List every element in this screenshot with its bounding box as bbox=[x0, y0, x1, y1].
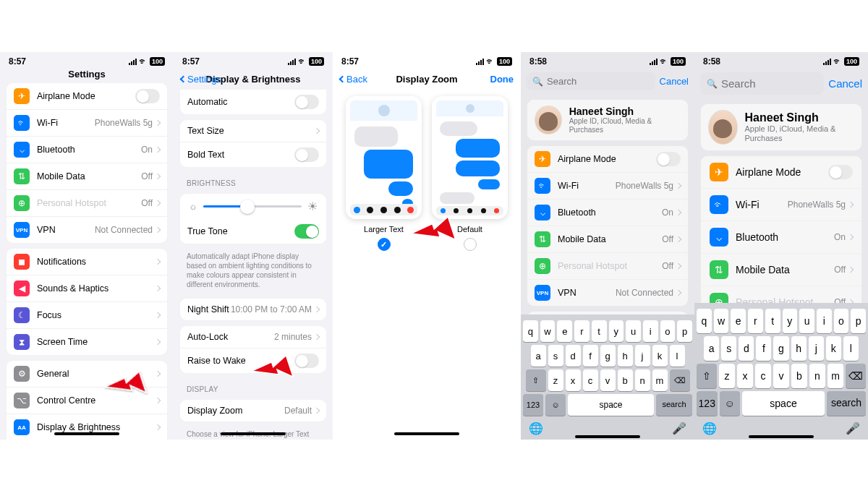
search-field[interactable]: 🔍 bbox=[527, 72, 655, 90]
back-button[interactable]: Settings bbox=[181, 74, 221, 85]
key-space[interactable]: space bbox=[742, 391, 825, 416]
key-shift[interactable]: ⇧ bbox=[697, 364, 717, 388]
row-sounds-haptics[interactable]: ◀Sounds & Haptics bbox=[7, 275, 167, 301]
key-y[interactable]: y bbox=[783, 309, 798, 333]
mic-icon[interactable]: 🎤 bbox=[672, 421, 686, 435]
key-backspace[interactable]: ⌫ bbox=[670, 369, 690, 391]
key-k[interactable]: k bbox=[826, 336, 841, 361]
key-q[interactable]: q bbox=[523, 320, 538, 342]
mic-icon[interactable]: 🎤 bbox=[846, 421, 860, 435]
radio-unselected-icon[interactable] bbox=[464, 238, 477, 251]
row-bluetooth[interactable]: ⌵BluetoothOn bbox=[7, 136, 167, 163]
key-v[interactable]: v bbox=[600, 369, 616, 391]
row-focus[interactable]: ☾Focus bbox=[7, 301, 167, 328]
key-l[interactable]: l bbox=[843, 336, 859, 361]
key-y[interactable]: y bbox=[609, 320, 624, 342]
row-bold-text[interactable]: Bold Text bbox=[180, 142, 326, 167]
row-mobile-data[interactable]: ⇅Mobile DataOff bbox=[527, 226, 688, 252]
row-true-tone[interactable]: True Tone bbox=[180, 219, 326, 244]
row-display-zoom[interactable]: Display Zoom Default bbox=[180, 400, 326, 421]
row-airplane-mode[interactable]: ✈Airplane Mode bbox=[7, 83, 167, 109]
key-j[interactable]: j bbox=[635, 345, 650, 367]
brightness-slider[interactable]: ☼ ☀ bbox=[180, 194, 326, 219]
key-a[interactable]: a bbox=[531, 345, 546, 367]
key-x[interactable]: x bbox=[737, 364, 753, 388]
row-profile[interactable]: Haneet Singh Apple ID, iCloud, Media & P… bbox=[701, 104, 861, 150]
row-wi-fi[interactable]: ᯤWi-FiPhoneWalls 5g bbox=[701, 188, 861, 221]
key-numbers[interactable]: 123 bbox=[523, 394, 543, 416]
key-k[interactable]: k bbox=[652, 345, 668, 367]
key-o[interactable]: o bbox=[834, 309, 849, 333]
row-notifications[interactable]: ◼Notifications bbox=[7, 249, 167, 275]
key-n[interactable]: n bbox=[809, 364, 825, 388]
row-personal-hotspot[interactable]: ⊕Personal HotspotOff bbox=[7, 189, 167, 216]
switch[interactable] bbox=[135, 89, 160, 103]
switch[interactable] bbox=[294, 95, 319, 109]
key-x[interactable]: x bbox=[566, 369, 581, 391]
key-r[interactable]: r bbox=[574, 320, 590, 342]
row-bluetooth[interactable]: ⌵BluetoothOn bbox=[527, 199, 688, 226]
key-search[interactable]: search bbox=[827, 391, 866, 416]
key-j[interactable]: j bbox=[809, 336, 824, 361]
key-p[interactable]: p bbox=[851, 309, 866, 333]
cancel-button[interactable]: Cancel bbox=[660, 76, 689, 87]
key-search[interactable]: search bbox=[656, 394, 692, 416]
key-emoji[interactable]: ☺ bbox=[720, 391, 741, 416]
key-s[interactable]: s bbox=[721, 336, 736, 361]
row-screen-time[interactable]: ⧗Screen Time bbox=[7, 328, 167, 355]
row-wi-fi[interactable]: ᯤWi-FiPhoneWalls 5g bbox=[527, 172, 688, 199]
radio-selected-icon[interactable] bbox=[378, 238, 391, 251]
switch[interactable] bbox=[656, 152, 681, 166]
key-m[interactable]: m bbox=[652, 369, 668, 391]
key-h[interactable]: h bbox=[791, 336, 807, 361]
cancel-button[interactable]: Cancel bbox=[828, 77, 862, 90]
key-g[interactable]: g bbox=[773, 336, 788, 361]
key-c[interactable]: c bbox=[583, 369, 598, 391]
key-s[interactable]: s bbox=[548, 345, 563, 367]
row-text-size[interactable]: Text Size bbox=[180, 120, 326, 142]
home-indicator[interactable] bbox=[749, 435, 814, 438]
key-backspace[interactable]: ⌫ bbox=[846, 364, 866, 388]
key-d[interactable]: d bbox=[566, 345, 581, 367]
row-vpn[interactable]: VPNVPNNot Connected bbox=[527, 279, 688, 306]
key-e[interactable]: e bbox=[557, 320, 572, 342]
key-c[interactable]: c bbox=[755, 364, 771, 388]
key-t[interactable]: t bbox=[592, 320, 607, 342]
key-q[interactable]: q bbox=[697, 309, 712, 333]
row-display-brightness[interactable]: AADisplay & Brightness bbox=[7, 414, 167, 440]
key-e[interactable]: e bbox=[731, 309, 746, 333]
key-u[interactable]: u bbox=[799, 309, 814, 333]
key-i[interactable]: i bbox=[643, 320, 658, 342]
key-b[interactable]: b bbox=[618, 369, 633, 391]
switch[interactable] bbox=[294, 354, 319, 368]
key-w[interactable]: w bbox=[540, 320, 556, 342]
key-space[interactable]: space bbox=[568, 394, 654, 416]
key-v[interactable]: v bbox=[773, 364, 789, 388]
switch[interactable] bbox=[294, 224, 319, 239]
switch[interactable] bbox=[828, 165, 853, 179]
key-numbers[interactable]: 123 bbox=[697, 391, 718, 416]
key-t[interactable]: t bbox=[765, 309, 780, 333]
row-airplane-mode[interactable]: ✈Airplane Mode bbox=[527, 146, 688, 172]
search-input[interactable] bbox=[547, 76, 650, 87]
key-z[interactable]: z bbox=[719, 364, 735, 388]
key-f[interactable]: f bbox=[583, 345, 598, 367]
row-vpn[interactable]: VPNVPNNot Connected bbox=[7, 216, 167, 243]
key-m[interactable]: m bbox=[827, 364, 843, 388]
search-input[interactable] bbox=[721, 77, 817, 90]
done-button[interactable]: Done bbox=[490, 74, 514, 85]
home-indicator[interactable] bbox=[221, 432, 286, 435]
key-emoji[interactable]: ☺ bbox=[545, 394, 566, 416]
key-l[interactable]: l bbox=[670, 345, 685, 367]
row-bluetooth[interactable]: ⌵BluetoothOn bbox=[701, 221, 861, 253]
key-n[interactable]: n bbox=[635, 369, 650, 391]
key-i[interactable]: i bbox=[817, 309, 832, 333]
row-mobile-data[interactable]: ⇅Mobile DataOff bbox=[701, 253, 861, 286]
key-shift[interactable]: ⇧ bbox=[526, 369, 546, 391]
key-a[interactable]: a bbox=[704, 336, 719, 361]
row-personal-hotspot[interactable]: ⊕Personal HotspotOff bbox=[527, 252, 688, 279]
key-o[interactable]: o bbox=[660, 320, 676, 342]
home-indicator[interactable] bbox=[394, 432, 459, 435]
row-night-shift[interactable]: Night Shift 10:00 PM to 7:00 AM bbox=[180, 299, 326, 320]
key-h[interactable]: h bbox=[618, 345, 633, 367]
